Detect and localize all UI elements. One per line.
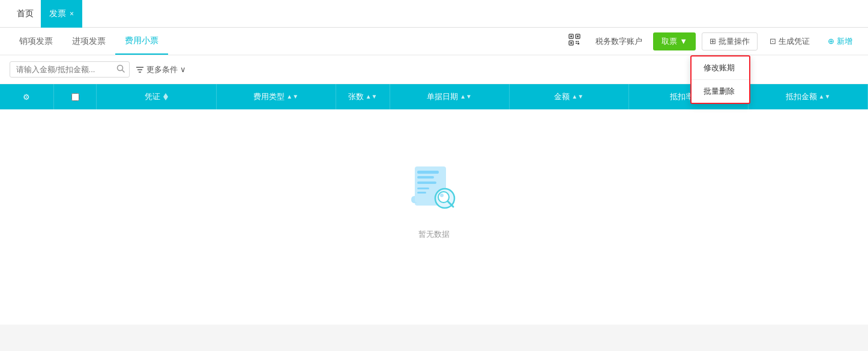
tab-expense-receipt[interactable]: 费用小票	[115, 28, 168, 55]
filter-voucher-icon[interactable]	[163, 93, 169, 101]
qrcode-icon	[568, 33, 581, 46]
svg-marker-16	[163, 97, 168, 100]
gen-voucher-icon: ⊡	[770, 37, 776, 46]
main-content: ⚙ 凭证 费用类型 ▲▼ 张数 ▲▼ 单据日期 ▲▼ 金额 ▲▼	[0, 84, 868, 325]
batch-op-icon: ⊞	[710, 37, 716, 46]
sort-expense-type[interactable]: ▲▼	[286, 94, 298, 100]
svg-rect-9	[577, 43, 579, 44]
search-icon	[116, 64, 125, 73]
svg-rect-3	[577, 35, 579, 37]
dropdown-item-modify-period[interactable]: 修改账期	[692, 56, 749, 79]
batch-op-dropdown: 修改账期 批量删除	[690, 55, 750, 104]
gen-voucher-button[interactable]: ⊡ 生成凭证	[764, 33, 816, 50]
qrcode-button[interactable]	[564, 31, 585, 52]
sub-tabs-right: 税务数字账户 取票 ▼ ⊞ 批量操作 ⊡ 生成凭证 ⊕ 新增	[564, 31, 858, 52]
batch-op-button[interactable]: ⊞ 批量操作	[702, 32, 758, 50]
empty-illustration	[404, 157, 464, 219]
svg-rect-26	[417, 192, 426, 194]
sort-deduct-amount[interactable]: ▲▼	[819, 94, 831, 100]
sub-tabs-left: 销项发票 进项发票 费用小票	[10, 28, 168, 55]
th-settings[interactable]: ⚙	[0, 84, 54, 109]
search-wrap	[10, 61, 130, 78]
th-voucher: 凭证	[97, 84, 216, 109]
add-icon: ⊕	[828, 37, 834, 46]
invoice-tab-label: 发票	[49, 8, 66, 19]
sort-count[interactable]: ▲▼	[366, 94, 378, 100]
sub-tabs-bar: 销项发票 进项发票 费用小票 税务数字账户	[0, 28, 868, 55]
th-deduct-amount: 抵扣金额 ▲▼	[749, 84, 868, 109]
sort-amount[interactable]: ▲▼	[571, 94, 583, 100]
th-count: 张数 ▲▼	[336, 84, 390, 109]
tab-sales-invoice[interactable]: 销项发票	[10, 28, 62, 55]
dropdown-item-batch-delete[interactable]: 批量删除	[692, 79, 749, 103]
svg-rect-19	[417, 176, 434, 179]
no-data-icon	[404, 157, 464, 218]
search-input[interactable]	[10, 61, 130, 78]
svg-rect-5	[570, 42, 572, 44]
svg-rect-6	[576, 41, 577, 42]
th-expense-type: 费用类型 ▲▼	[217, 84, 336, 109]
invoice-tab-close[interactable]: ×	[70, 10, 74, 18]
more-filter-button[interactable]: 更多条件 ∨	[136, 64, 186, 75]
svg-marker-15	[163, 93, 168, 97]
svg-point-24	[440, 194, 444, 197]
empty-text: 暂无数据	[418, 229, 450, 240]
home-link[interactable]: 首页	[10, 8, 41, 19]
sort-date[interactable]: ▲▼	[460, 94, 472, 100]
take-invoice-button[interactable]: 取票 ▼	[653, 32, 696, 50]
svg-rect-18	[417, 171, 439, 174]
select-all-checkbox[interactable]	[71, 93, 79, 101]
svg-rect-25	[417, 188, 429, 189]
th-checkbox[interactable]	[54, 84, 97, 109]
filter-icon	[136, 66, 144, 73]
svg-rect-1	[570, 35, 572, 37]
svg-rect-8	[576, 43, 577, 44]
add-button[interactable]: ⊕ 新增	[822, 33, 858, 50]
svg-rect-20	[417, 182, 436, 184]
th-amount: 金额 ▲▼	[510, 84, 629, 109]
svg-line-11	[122, 70, 125, 73]
search-button[interactable]	[116, 64, 125, 75]
svg-rect-7	[577, 41, 579, 42]
empty-state: 暂无数据	[0, 109, 868, 288]
invoice-tab[interactable]: 发票 ×	[41, 0, 82, 28]
top-nav: 首页 发票 ×	[0, 0, 868, 28]
tab-purchase-invoice[interactable]: 进项发票	[62, 28, 115, 55]
th-date: 单据日期 ▲▼	[390, 84, 510, 109]
tax-account-button[interactable]: 税务数字账户	[591, 34, 647, 49]
